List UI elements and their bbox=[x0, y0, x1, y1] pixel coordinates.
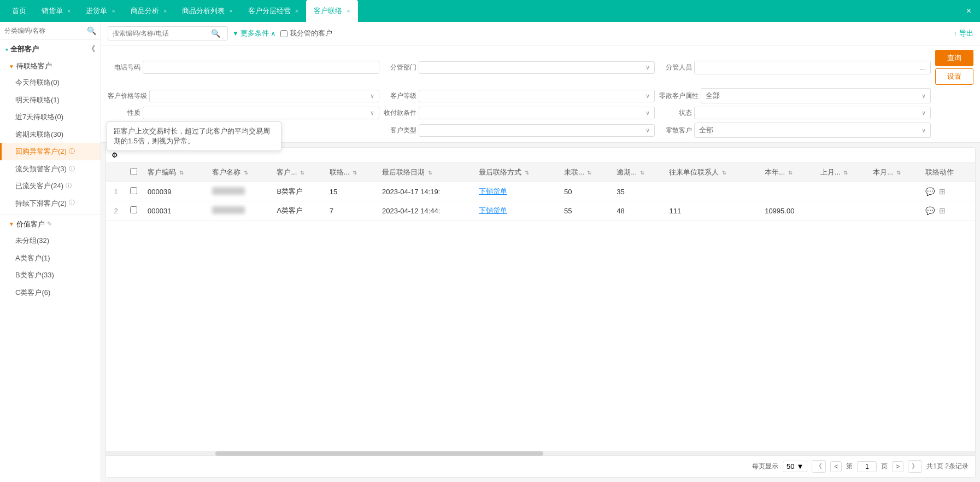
next-page-button[interactable]: > bbox=[892, 461, 903, 472]
filter-select-nature[interactable]: ∨ bbox=[143, 107, 379, 119]
cell-contact-person: 111 bbox=[665, 201, 760, 220]
value-customers-group[interactable]: ▼ 价值客户 ✎ bbox=[0, 217, 101, 232]
export-button[interactable]: ↑ 导出 bbox=[954, 28, 974, 38]
cell-last-contact-date: 2023-04-12 14:44: bbox=[378, 201, 474, 220]
grid-icon[interactable]: ⊞ bbox=[939, 187, 946, 196]
sidebar: 🔍 ▪ 全部客户 《 ▼ 待联络客户 今天待联络(0) 明天待联络(1) 近7天… bbox=[0, 22, 101, 482]
sidebar-item-repurchase-abnormal[interactable]: 回购异常客户(2) ⓘ bbox=[0, 143, 101, 160]
sidebar-collapse-button[interactable]: 《 bbox=[87, 44, 95, 54]
filter-input-phone[interactable] bbox=[143, 61, 379, 74]
close-icon[interactable]: × bbox=[347, 0, 350, 22]
filter-cell-dept: 分管部门 ∨ bbox=[384, 61, 655, 74]
filter-select-customer-grade[interactable]: ∨ bbox=[419, 90, 655, 102]
sort-icon: ⇅ bbox=[788, 170, 793, 176]
filter-select-payment[interactable]: ∨ bbox=[419, 107, 655, 119]
th-this-year[interactable]: 本年... ⇅ bbox=[760, 163, 816, 182]
sidebar-item-7days-contact[interactable]: 近7天待联络(0) bbox=[0, 108, 101, 126]
close-icon[interactable]: × bbox=[112, 0, 115, 22]
filter-label-customer-grade: 客户等级 bbox=[384, 91, 416, 101]
row-checkbox[interactable] bbox=[130, 206, 137, 213]
contact-method-link[interactable]: 下销货单 bbox=[479, 187, 507, 195]
nav-tab-sales[interactable]: 销货单 × bbox=[34, 0, 78, 22]
th-contact-person[interactable]: 往来单位联系人 ⇅ bbox=[665, 163, 760, 182]
th-name[interactable]: 客户名称 ⇅ bbox=[208, 163, 272, 182]
filter-select-retail-attr[interactable]: 全部 ∨ bbox=[701, 88, 931, 103]
search-icon[interactable]: 🔍 bbox=[211, 29, 220, 38]
nav-tab-analysis[interactable]: 商品分析 × bbox=[123, 0, 174, 22]
total-info: 共1页 2条记录 bbox=[926, 462, 969, 471]
row-checkbox[interactable] bbox=[130, 187, 137, 194]
filter-select-customer-type[interactable]: ∨ bbox=[419, 124, 655, 137]
close-icon[interactable]: × bbox=[163, 0, 167, 22]
filter-select-retail-customer[interactable]: 全部 ∨ bbox=[694, 123, 931, 138]
th-type[interactable]: 客户... ⇅ bbox=[272, 163, 325, 182]
content-area: 距客户上次交易时长，超过了此客户的平均交易周期的1.5倍，则视为异常。 🔍 ▼ … bbox=[101, 22, 980, 482]
cell-code: 000039 bbox=[143, 182, 208, 201]
chat-icon[interactable]: 💬 bbox=[925, 187, 935, 196]
cell-overdue: 48 bbox=[612, 201, 665, 220]
contact-method-link[interactable]: 下销货单 bbox=[479, 206, 507, 214]
close-icon[interactable]: × bbox=[67, 0, 71, 22]
table-scroll-area[interactable]: 客户编码 ⇅ 客户名称 ⇅ 客户... ⇅ bbox=[106, 163, 975, 451]
close-icon[interactable]: × bbox=[229, 0, 232, 22]
prev-page-button[interactable]: < bbox=[830, 461, 842, 472]
window-close-button[interactable]: × bbox=[966, 6, 971, 16]
sidebar-item-b-class[interactable]: B类客户(33) bbox=[0, 266, 101, 284]
nav-tab-home[interactable]: 首页 bbox=[4, 0, 34, 22]
filter-select-manager[interactable]: ... bbox=[694, 61, 931, 74]
horizontal-scrollbar[interactable] bbox=[106, 451, 975, 455]
customer-table: 客户编码 ⇅ 客户名称 ⇅ 客户... ⇅ bbox=[106, 163, 975, 220]
filter-select-dept[interactable]: ∨ bbox=[419, 61, 655, 74]
nav-tab-customer-mgmt[interactable]: 客户分层经营 × bbox=[240, 0, 306, 22]
my-customers-checkbox[interactable] bbox=[280, 30, 287, 37]
cell-type: A类客户 bbox=[272, 201, 325, 220]
cell-name bbox=[208, 182, 272, 201]
nav-tab-purchase[interactable]: 进货单 × bbox=[78, 0, 122, 22]
sidebar-item-declining[interactable]: 持续下滑客户(2) ⓘ bbox=[0, 195, 101, 212]
th-not-contacted[interactable]: 未联... ⇅ bbox=[560, 163, 612, 182]
th-last-month[interactable]: 上月... ⇅ bbox=[816, 163, 868, 182]
filter-cell-retail-attr: 零散客户属性 全部 ∨ bbox=[659, 88, 931, 103]
filter-cell-payment: 收付款条件 ∨ bbox=[384, 107, 655, 119]
search-input[interactable] bbox=[113, 30, 211, 37]
th-last-contact-date[interactable]: 最后联络日期 ⇅ bbox=[378, 163, 474, 182]
th-code[interactable]: 客户编码 ⇅ bbox=[143, 163, 208, 182]
per-page-select[interactable]: 50 ▼ bbox=[783, 461, 807, 472]
more-conditions-button[interactable]: ▼ 更多条件 ∧ bbox=[232, 28, 276, 38]
sidebar-item-a-class[interactable]: A类客户(1) bbox=[0, 249, 101, 267]
sidebar-item-overdue-contact[interactable]: 逾期未联络(30) bbox=[0, 126, 101, 143]
sidebar-item-today-contact[interactable]: 今天待联络(0) bbox=[0, 74, 101, 91]
sidebar-item-tomorrow-contact[interactable]: 明天待联络(1) bbox=[0, 91, 101, 109]
select-all-checkbox[interactable] bbox=[130, 168, 137, 175]
query-button[interactable]: 查询 bbox=[935, 50, 973, 66]
sidebar-search-input[interactable] bbox=[4, 27, 87, 34]
first-page-button[interactable]: 《 bbox=[812, 460, 826, 473]
search-bar: 🔍 ▼ 更多条件 ∧ 我分管的客户 ↑ 导出 bbox=[101, 22, 980, 45]
edit-icon[interactable]: ✎ bbox=[47, 220, 52, 228]
grid-icon[interactable]: ⊞ bbox=[939, 206, 946, 215]
page-prefix-label: 第 bbox=[846, 462, 853, 471]
scrollbar-thumb[interactable] bbox=[215, 451, 543, 456]
nav-tab-customer-contact[interactable]: 客户联络 × bbox=[306, 0, 357, 22]
nav-tab-analysis-list[interactable]: 商品分析列表 × bbox=[174, 0, 240, 22]
filter-select-price-grade[interactable]: ∨ bbox=[149, 90, 379, 102]
cell-this-month bbox=[868, 201, 921, 220]
cell-name bbox=[208, 201, 272, 220]
th-contact-num[interactable]: 联络... ⇅ bbox=[325, 163, 378, 182]
last-page-button[interactable]: 》 bbox=[908, 460, 922, 473]
chevron-down-icon: ∨ bbox=[645, 92, 650, 100]
th-this-month[interactable]: 本月... ⇅ bbox=[868, 163, 921, 182]
filter-select-status[interactable]: ∨ bbox=[694, 107, 931, 119]
sidebar-item-churned[interactable]: 已流失客户(24) ⓘ bbox=[0, 177, 101, 194]
table-settings-icon[interactable]: ⚙ bbox=[112, 151, 118, 159]
sidebar-item-churn-warning[interactable]: 流失预警客户(3) ⓘ bbox=[0, 160, 101, 177]
sidebar-item-c-class[interactable]: C类客户(6) bbox=[0, 284, 101, 301]
settings-button[interactable]: 设置 bbox=[935, 68, 973, 85]
th-last-contact-method[interactable]: 最后联络方式 ⇅ bbox=[474, 163, 560, 182]
chat-icon[interactable]: 💬 bbox=[925, 206, 935, 215]
th-overdue[interactable]: 逾期... ⇅ bbox=[612, 163, 665, 182]
sidebar-item-ungrouped[interactable]: 未分组(32) bbox=[0, 232, 101, 249]
page-number-input[interactable] bbox=[857, 461, 877, 472]
pending-contact-group[interactable]: ▼ 待联络客户 bbox=[0, 59, 101, 74]
close-icon[interactable]: × bbox=[295, 0, 298, 22]
